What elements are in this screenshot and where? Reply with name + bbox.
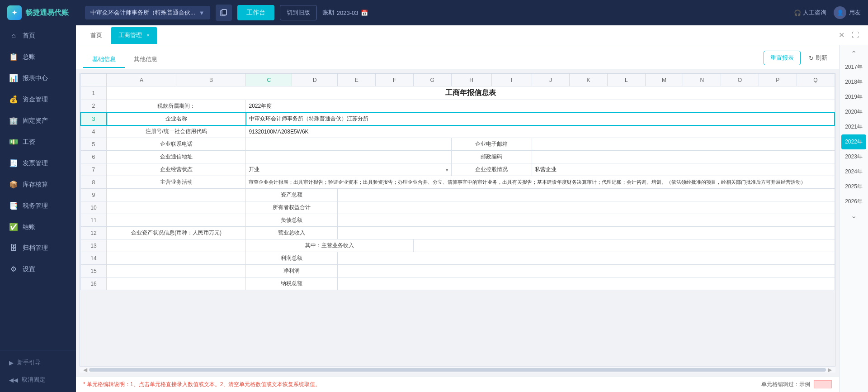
col-K: K <box>570 74 608 86</box>
title-cell[interactable]: 工商年报信息表 <box>107 86 835 100</box>
cell-15-net-profit-label: 净利润 <box>246 265 338 277</box>
col-M: M <box>645 74 683 86</box>
cell-8-biz[interactable]: 审查企业会计报表；出具审计报告；验证企业资本；出具验资报告；办理企业合并、分立、… <box>246 176 835 189</box>
cell-15-net-profit[interactable] <box>338 265 835 277</box>
reset-report-button[interactable]: 重置报表 <box>764 51 801 65</box>
sidebar-item-finance[interactable]: 💰 资金管理 <box>0 89 76 110</box>
year-item-2024[interactable]: 2024年 <box>840 164 868 179</box>
maximize-icon[interactable]: ⛶ <box>850 29 861 41</box>
sidebar-item-assets[interactable]: 🏢 固定资产 <box>0 110 76 131</box>
col-D: D <box>292 74 338 86</box>
scroll-left-icon[interactable]: ◀ <box>81 367 89 373</box>
period-value: 2023-03 <box>337 10 359 16</box>
cell-6-zip[interactable] <box>532 151 835 163</box>
col-L: L <box>607 74 645 86</box>
cell-7-status[interactable]: 开业 ▼ <box>246 163 451 176</box>
cell-10-empty <box>107 201 246 214</box>
ledger-icon: 📋 <box>9 53 18 61</box>
sidebar-item-ledger[interactable]: 📋 总账 <box>0 46 76 67</box>
sidebar-item-home[interactable]: ⌂ 首页 <box>0 25 76 46</box>
cell-3-value[interactable]: 中审众环会计师事务所（特殊普通合伙）江苏分所 <box>246 113 835 125</box>
sidebar-item-report[interactable]: 📊 报表中心 <box>0 67 76 89</box>
year-item-2018[interactable]: 2018年 <box>840 75 868 90</box>
row-num-16: 16 <box>80 277 107 290</box>
refresh-button[interactable]: ↻ 刷新 <box>804 51 832 65</box>
calendar-icon[interactable]: 📅 <box>361 10 368 16</box>
scroll-thumb[interactable] <box>89 368 826 372</box>
sidebar-item-unpin[interactable]: ◀◀ 取消固定 <box>0 371 76 388</box>
col-N: N <box>683 74 721 86</box>
year-item-2021[interactable]: 2021年 <box>840 120 868 134</box>
tab-home[interactable]: 首页 <box>83 27 109 44</box>
sheet-table: A B C D E F G H I J <box>80 73 835 290</box>
table-row: 10 所有者权益合计 <box>80 201 835 214</box>
workbench-button[interactable]: 工作台 <box>237 5 274 20</box>
cell-11-empty <box>107 214 246 227</box>
table-row: 12 企业资产状况信息(币种：人民币万元) 营业总收入 <box>80 227 835 239</box>
cell-9-assets[interactable] <box>338 189 835 201</box>
cell-14-profit-label: 利润总额 <box>246 252 338 265</box>
cell-4-value[interactable]: 91320100MA208E5W6K <box>246 125 835 138</box>
year-item-2019[interactable]: 2019年 <box>840 90 868 105</box>
sidebar-item-archive[interactable]: 🗄 归档管理 <box>0 238 76 258</box>
app-logo: ✦ 畅捷通易代账 <box>7 5 80 20</box>
cell-7-holding[interactable]: 私营企业 <box>532 163 835 176</box>
year-item-2023[interactable]: 2023年 <box>840 149 868 164</box>
subtab-other[interactable]: 其他信息 <box>125 52 166 68</box>
sidebar-item-settings[interactable]: ⚙ 设置 <box>0 258 76 280</box>
tab-close-icon[interactable]: × <box>146 32 150 38</box>
sidebar-item-tax[interactable]: 📑 税务管理 <box>0 195 76 216</box>
scroll-right-icon[interactable]: ▶ <box>826 367 834 373</box>
cell-6-addr-label: 企业通信地址 <box>107 151 246 163</box>
cell-2-value[interactable]: 2022年度 <box>246 100 835 113</box>
year-panel-up[interactable]: ⌃ <box>847 47 861 60</box>
cell-12-revenue-label: 营业总收入 <box>246 227 338 239</box>
table-row: 13 其中：主营业务收入 <box>80 239 835 252</box>
cell-6-addr[interactable] <box>246 151 451 163</box>
year-item-2022[interactable]: 2022年 <box>841 134 866 149</box>
year-panel-down[interactable]: ⌄ <box>847 209 861 222</box>
sidebar-item-guide[interactable]: ▶ 新手引导 <box>0 354 76 371</box>
switch-version-button[interactable]: 切到旧版 <box>280 5 317 20</box>
cell-3-label: 企业名称 <box>107 113 246 125</box>
table-row: 3 企业名称 中审众环会计师事务所（特殊普通合伙）江苏分所 <box>80 113 835 125</box>
cell-16-tax[interactable] <box>338 277 835 290</box>
year-item-2025[interactable]: 2025年 <box>840 179 868 194</box>
cell-14-profit[interactable] <box>338 252 835 265</box>
table-row: 8 主营业务活动 审查企业会计报表；出具审计报告；验证企业资本；出具验资报告；办… <box>80 176 835 189</box>
year-panel: ⌃ 2017年 2018年 2019年 2020年 2021年 2022年 20… <box>839 45 868 392</box>
spreadsheet-container[interactable]: A B C D E F G H I J <box>80 73 835 366</box>
year-item-2020[interactable]: 2020年 <box>840 105 868 120</box>
table-row: 1 工商年报信息表 <box>80 86 835 100</box>
avatar: 👤 <box>834 6 846 19</box>
cell-5-email[interactable] <box>532 138 835 151</box>
user-menu[interactable]: 👤 用友 <box>834 6 861 19</box>
subtab-basic[interactable]: 基础信息 <box>83 52 125 68</box>
cell-11-debt[interactable] <box>338 214 835 227</box>
sidebar-item-checkout[interactable]: ✅ 结账 <box>0 216 76 238</box>
cell-2-ab: 税款所属期间： <box>107 100 246 113</box>
period-display: 账期 2023-03 📅 <box>322 9 368 17</box>
sidebar-item-salary[interactable]: 💵 工资 <box>0 131 76 153</box>
copy-icon-btn[interactable] <box>216 5 232 21</box>
company-selector[interactable]: 中审众环会计师事务所（特殊普通合伙... ▼ <box>85 6 210 19</box>
tab-industry-label: 工商管理 <box>118 32 142 38</box>
cell-10-equity[interactable] <box>338 201 835 214</box>
cell-5-phone[interactable] <box>246 138 451 151</box>
year-item-2026[interactable]: 2026年 <box>840 194 868 209</box>
close-window-icon[interactable]: ✕ <box>837 29 846 41</box>
unpin-icon: ◀◀ <box>9 377 18 383</box>
sidebar-item-invoice[interactable]: 🧾 发票管理 <box>0 153 76 174</box>
table-row: 14 利润总额 <box>80 252 835 265</box>
help-button[interactable]: 🎧 人工咨询 <box>794 9 826 17</box>
footer-hint: * 单元格编辑说明：1、点击单元格直接录入数值或文本。2、清空单元格数值或文本恢… <box>83 381 321 388</box>
tab-industry[interactable]: 工商管理 × <box>111 27 157 44</box>
sidebar-item-inventory[interactable]: 📦 库存核算 <box>0 174 76 195</box>
year-item-2017[interactable]: 2017年 <box>840 60 868 75</box>
cell-13-main-revenue[interactable] <box>413 239 835 252</box>
cell-11-debt-label: 负债总额 <box>246 214 338 227</box>
horizontal-scrollbar[interactable]: ◀ ▶ <box>80 366 835 373</box>
cell-13-main-revenue-label: 其中：主营业务收入 <box>246 239 413 252</box>
cell-12-revenue[interactable] <box>338 227 835 239</box>
row-num-3: 3 <box>80 113 107 125</box>
